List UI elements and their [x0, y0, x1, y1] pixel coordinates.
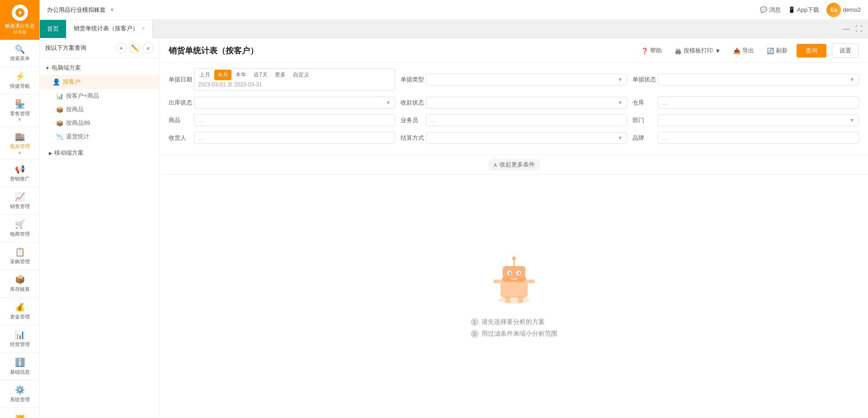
purchase-label: 采购管理 [10, 258, 30, 265]
enterprise-icon: 🤝 [15, 413, 25, 418]
scheme-by-goods[interactable]: 📦 按商品 [40, 103, 159, 116]
salesman-placeholder: … [430, 117, 623, 124]
tab-sales-stat[interactable]: 销货单统计表（按客户） × [66, 20, 153, 38]
sidebar: 畅捷通好生意 标准版 🔍 搜索菜单 ⚡ 快捷导航 🏪 零售管理 ▼ 🏬 批发管理… [0, 0, 40, 418]
empty-tips: 1 请先选择要分析的方案 2 用过滤条件来缩小分析范围 [471, 318, 557, 338]
nav-icon: ⚡ [15, 71, 25, 81]
goods99-label: 按商品99 [66, 119, 90, 127]
header-title: 办公用品行业模拟账套 [47, 6, 106, 14]
tab-minimize-btn[interactable]: — [841, 23, 852, 35]
filter-settlement: 结算方式 ▼ [401, 132, 627, 144]
tip-text-2: 用过滤条件来缩小分析范围 [481, 330, 557, 338]
sidebar-item-wholesale[interactable]: 🏬 批发管理 ▲ [0, 127, 39, 160]
query-button[interactable]: 查询 [797, 44, 826, 57]
mobile-scheme-group[interactable]: ▶ 移动端方案 [40, 146, 159, 160]
sidebar-item-sales[interactable]: 📈 销售管理 [0, 187, 39, 215]
tip-num-1: 1 [471, 318, 479, 326]
collapse-button[interactable]: ∧ 收起更多条件 [488, 159, 540, 171]
receiver-control[interactable]: … [194, 132, 395, 144]
date-range-text: 2023-03-01 至 2023-03-31 [194, 81, 395, 90]
date-tab-this-month[interactable]: 本月 [214, 70, 231, 80]
date-tab-custom[interactable]: 自定义 [290, 70, 312, 80]
date-tab-last-month[interactable]: 上月 [196, 70, 213, 80]
settlement-dropdown-icon: ▼ [618, 135, 623, 141]
goods-control[interactable]: … [194, 114, 395, 126]
collapse-panel-btn[interactable]: « [143, 43, 154, 53]
scheme-by-customer[interactable]: 👤 按客户 [40, 75, 159, 89]
page-header: 销货单统计表（按客户） ❓ 帮助 🖨️ 按模板打印 ▼ 📤 导出 [160, 38, 868, 63]
empty-tip-1: 1 请先选择要分析的方案 [471, 318, 557, 326]
date-tab-more[interactable]: 更多 [272, 70, 289, 80]
date-filter-control[interactable]: 上月 本月 本年 近7天 更多 自定义 2023-03-01 至 2023-03… [194, 68, 395, 91]
finance-icon: 💰 [15, 302, 25, 312]
payment-status-control[interactable]: ▼ [426, 97, 627, 109]
scheme-by-goods99[interactable]: 📦 按商品99 [40, 116, 159, 130]
date-tab-this-year[interactable]: 本年 [232, 70, 250, 80]
print-label: 按模板打印 [684, 47, 713, 55]
print-btn[interactable]: 🖨️ 按模板打印 ▼ [671, 45, 724, 57]
messages-label: 消息 [769, 6, 781, 14]
user-profile[interactable]: Ea demo2 [826, 3, 861, 17]
scheme-return-stat[interactable]: 📉 退货统计 [40, 130, 159, 143]
header-dropdown-icon[interactable]: ▼ [109, 7, 115, 13]
sidebar-item-basic[interactable]: ℹ️ 基础信息 [0, 353, 39, 380]
settings-button[interactable]: 设置 [832, 43, 859, 58]
refresh-btn[interactable]: 🔄 刷新 [763, 45, 791, 57]
search-menu-item[interactable]: 🔍 搜索菜单 [0, 40, 39, 67]
sidebar-item-operations[interactable]: 📊 经营管理 [0, 325, 39, 353]
sidebar-item-marketing[interactable]: 📢 营销推广 [0, 160, 39, 187]
app-download-label: App下载 [797, 6, 819, 14]
filter-dept: 部门 ▼ [632, 114, 859, 126]
salesman-control[interactable]: … [426, 114, 627, 126]
retail-icon: 🏪 [15, 99, 25, 109]
ship-status-control[interactable]: ▼ [194, 97, 395, 109]
goods99-icon: 📦 [56, 120, 63, 127]
scheme-by-customer-goods[interactable]: 📊 按客户+商品 [40, 89, 159, 103]
tab-close-btn[interactable]: × [142, 25, 145, 32]
sidebar-item-system[interactable]: ⚙️ 系统管理 [0, 380, 39, 408]
tip-text-1: 请先选择要分析的方案 [481, 318, 545, 326]
filter-brand: 品牌 … [632, 132, 859, 144]
filter-receiver: 收货人 … [169, 132, 395, 144]
sidebar-item-inventory[interactable]: 📦 库存核算 [0, 270, 39, 298]
edit-scheme-btn[interactable]: ✏️ [129, 43, 140, 53]
help-btn[interactable]: ❓ 帮助 [637, 45, 665, 57]
doc-status-control[interactable]: ▼ [658, 74, 859, 86]
page-actions: ❓ 帮助 🖨️ 按模板打印 ▼ 📤 导出 🔄 刷新 [637, 43, 859, 58]
purchase-icon: 📋 [15, 247, 25, 257]
message-icon: 💬 [760, 6, 767, 13]
doc-type-control[interactable]: ▼ [426, 74, 627, 86]
desktop-group-header[interactable]: ▼ 电脑端方案 [40, 61, 159, 75]
goods-filter-label: 商品 [169, 116, 194, 124]
tab-maximize-btn[interactable]: ⛶ [854, 23, 864, 35]
sidebar-item-retail[interactable]: 🏪 零售管理 ▼ [0, 95, 39, 127]
add-scheme-btn[interactable]: + [116, 43, 127, 53]
app-download-btn[interactable]: 📱 App下载 [788, 6, 819, 14]
date-tab-7days[interactable]: 近7天 [250, 70, 271, 80]
salesman-label: 业务员 [401, 116, 426, 124]
sidebar-item-purchase[interactable]: 📋 采购管理 [0, 242, 39, 270]
filter-doc-status: 单据状态 ▼ [632, 68, 859, 91]
export-btn[interactable]: 📤 导出 [730, 45, 758, 57]
tab-home[interactable]: 首页 [40, 20, 66, 38]
system-icon: ⚙️ [15, 385, 25, 395]
filter-row-1: 单据日期 上月 本月 本年 近7天 更多 自定义 2023-03-01 至 20… [169, 68, 859, 91]
sidebar-item-nav[interactable]: ⚡ 快捷导航 [0, 67, 39, 95]
dept-control[interactable]: ▼ [658, 114, 859, 126]
svg-point-13 [512, 256, 516, 260]
tip-num-2: 2 [471, 330, 479, 338]
svg-rect-10 [505, 296, 510, 303]
marketing-icon: 📢 [15, 164, 25, 174]
basic-icon: ℹ️ [15, 357, 25, 367]
sidebar-item-finance[interactable]: 💰 资金管理 [0, 298, 39, 325]
brand-control[interactable]: … [658, 132, 859, 144]
messages-btn[interactable]: 💬 消息 [760, 6, 781, 14]
sales-icon: 📈 [15, 192, 25, 202]
sidebar-item-enterprise[interactable]: 🤝 企业协同 [0, 408, 39, 418]
filter-salesman: 业务员 … [401, 114, 627, 126]
doc-status-dropdown-icon: ▼ [849, 76, 855, 83]
avatar-text: Ea [830, 7, 837, 13]
sidebar-item-ecommerce[interactable]: 🛒 电商管理 [0, 215, 39, 242]
settlement-control[interactable]: ▼ [426, 132, 627, 144]
warehouse-control[interactable]: … [658, 96, 859, 109]
